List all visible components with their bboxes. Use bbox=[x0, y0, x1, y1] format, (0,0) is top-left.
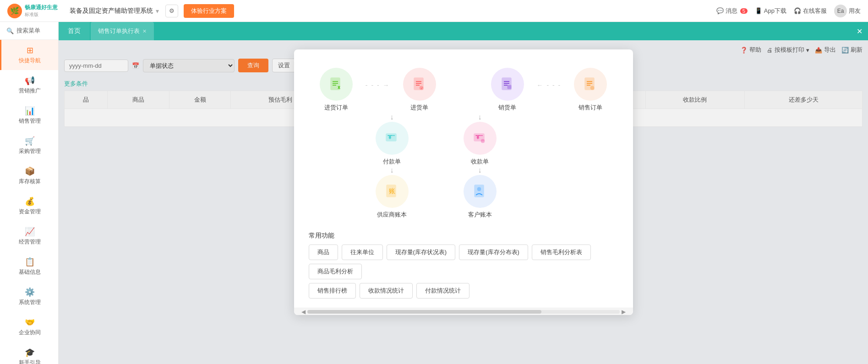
sidebar-item-system-mgmt[interactable]: ⚙️ 系统管理 bbox=[0, 282, 58, 312]
supplier-ledger-node: 账 供应商账本 bbox=[376, 175, 409, 219]
inventory-icon: 📦 bbox=[25, 166, 35, 176]
customer-ledger-circle bbox=[464, 175, 497, 208]
message-item[interactable]: 💬 消息 5 bbox=[716, 7, 748, 15]
sidebar-item-marketing[interactable]: 📢 营销推广 bbox=[0, 70, 58, 100]
corp-icon: 🤝 bbox=[25, 317, 35, 327]
modal-content: 进货订单 - - - → bbox=[294, 49, 633, 304]
avatar: Ea bbox=[834, 5, 847, 17]
func-btn-inventory-dist[interactable]: 现存量(库存分布表) bbox=[459, 244, 528, 260]
sidebar-item-label: 经营管理 bbox=[19, 238, 41, 246]
sidebar-item-operations[interactable]: 📈 经营管理 bbox=[0, 221, 58, 251]
function-buttons-row2: 销售排行榜 收款情况统计 付款情况统计 bbox=[309, 283, 618, 299]
sales-order-node: 销售订单 bbox=[574, 68, 607, 112]
settings-icon[interactable]: ⚙ bbox=[165, 5, 178, 17]
tab-home[interactable]: 首页 bbox=[59, 22, 90, 40]
purchase-bill-node: ✓ 进货单 bbox=[403, 68, 436, 112]
sidebar-item-label: 资金管理 bbox=[19, 208, 41, 216]
modal-overlay: 进货订单 - - - → bbox=[59, 40, 868, 364]
sidebar-item-label: 基础信息 bbox=[19, 268, 41, 276]
sidebar-item-label: 系统管理 bbox=[19, 299, 41, 306]
purchase-bill-label: 进货单 bbox=[410, 103, 428, 112]
customer-ledger-node: 客户账本 bbox=[464, 175, 497, 219]
supplier-ledger-circle: 账 bbox=[376, 175, 409, 208]
user-item[interactable]: Ea 用友 bbox=[834, 5, 861, 17]
avatar-text: Ea bbox=[837, 8, 844, 14]
payment-bill-label: 付款单 bbox=[383, 158, 401, 166]
sidebar-item-basic-info[interactable]: 📋 基础信息 bbox=[0, 251, 58, 282]
func-btn-product[interactable]: 商品 bbox=[309, 244, 338, 260]
sidebar-item-inventory[interactable]: 📦 库存核算 bbox=[0, 161, 58, 191]
user-label: 用友 bbox=[849, 7, 861, 15]
sales-bill-node: 销货单 bbox=[491, 68, 524, 112]
func-btn-inventory-status[interactable]: 现存量(库存状况表) bbox=[387, 244, 456, 260]
receipt-bill-circle: ¥ bbox=[464, 122, 497, 155]
purchase-order-circle bbox=[320, 68, 353, 101]
purchase-order-label: 进货订单 bbox=[324, 103, 348, 112]
scrollbar-thumb[interactable] bbox=[307, 310, 542, 314]
tab-close-icon[interactable]: ✕ bbox=[142, 28, 147, 34]
tab-bar-close-button[interactable]: ✕ bbox=[857, 27, 863, 36]
arrow-down-payment: ↓ bbox=[390, 114, 394, 121]
marketing-icon: 📢 bbox=[25, 76, 35, 86]
app-download-item[interactable]: 📱 App下载 bbox=[755, 7, 786, 15]
scrollbar-track[interactable] bbox=[307, 310, 620, 314]
page-content: ❓ 帮助 🖨 按模板打印 ▾ 📤 导出 🔄 bbox=[59, 40, 868, 364]
payment-bill-node: ¥ 付款单 bbox=[376, 122, 409, 166]
tab-label: 销售订单执行表 bbox=[98, 27, 140, 35]
online-service-icon: 🎧 bbox=[794, 7, 801, 14]
func-btn-receipt-stats[interactable]: 收款情况统计 bbox=[360, 283, 413, 299]
scroll-right-arrow[interactable]: ▶ bbox=[620, 309, 628, 315]
sidebar-item-corp-collab[interactable]: 🤝 企业协同 bbox=[0, 312, 58, 342]
top-bar-right: 💬 消息 5 📱 App下载 🎧 在线客服 Ea 用友 bbox=[716, 5, 861, 17]
common-functions: 常用功能 商品 往来单位 现存量(库存状况表) 现存量(库存分布表) 销售毛利分… bbox=[309, 232, 618, 299]
receipt-bill-label: 收款单 bbox=[471, 158, 489, 166]
message-badge: 5 bbox=[740, 8, 748, 14]
func-btn-sales-profit-analysis[interactable]: 销售毛利分析表 bbox=[532, 244, 591, 260]
tab-sales-order-exec[interactable]: 销售订单执行表 ✕ bbox=[91, 22, 154, 40]
sales-icon: 📊 bbox=[25, 106, 35, 116]
svg-point-26 bbox=[481, 139, 485, 143]
arrow-purchase-to-bill: - - - → bbox=[366, 81, 390, 112]
arrow-sales-order-to-bill: ← - - - bbox=[537, 81, 562, 112]
search-icon: 🔍 bbox=[6, 27, 14, 34]
purchase-order-node: 进货订单 bbox=[320, 68, 353, 112]
sidebar-item-sales-mgmt[interactable]: 📊 销售管理 bbox=[0, 100, 58, 130]
func-btn-sales-rank[interactable]: 销售排行榜 bbox=[309, 283, 356, 299]
scroll-left-arrow[interactable]: ◀ bbox=[300, 309, 307, 315]
sidebar-search[interactable]: 🔍 搜索菜单 bbox=[0, 22, 58, 40]
purchase-icon: 🛒 bbox=[25, 136, 35, 146]
svg-text:¥: ¥ bbox=[476, 134, 480, 141]
logo-line1: 畅康通好生意 bbox=[25, 4, 58, 11]
sidebar-item-new-guide[interactable]: 🎓 新手引导 bbox=[0, 342, 58, 364]
online-service-item[interactable]: 🎧 在线客服 bbox=[794, 7, 827, 15]
system-title-text: 装备及固定资产辅助管理系统 bbox=[70, 7, 153, 15]
main-area: 🔍 搜索菜单 ⊞ 快捷导航 📢 营销推广 📊 销售管理 🛒 采购管理 📦 bbox=[0, 22, 868, 364]
operations-icon: 📈 bbox=[25, 227, 35, 237]
dropdown-icon[interactable]: ▾ bbox=[156, 7, 159, 15]
message-icon: 💬 bbox=[716, 7, 724, 14]
top-bar: 🌿 畅康通好生意 标准版 装备及固定资产辅助管理系统 ▾ ⚙ 体验行业方案 💬 … bbox=[0, 0, 868, 22]
func-btn-payment-stats[interactable]: 付款情况统计 bbox=[416, 283, 469, 299]
sidebar-item-finance[interactable]: 💰 资金管理 bbox=[0, 191, 58, 221]
message-label: 消息 bbox=[726, 7, 737, 15]
arrow-down-supplier-ledger: ↓ bbox=[390, 167, 394, 174]
logo-line2: 标准版 bbox=[25, 11, 58, 17]
sales-order-label: 销售订单 bbox=[579, 103, 602, 112]
sales-bill-label: 销货单 bbox=[498, 103, 516, 112]
svg-text:账: 账 bbox=[389, 187, 395, 195]
sales-bill-circle bbox=[491, 68, 524, 101]
sidebar-item-purchase-mgmt[interactable]: 🛒 采购管理 bbox=[0, 130, 58, 161]
flow-modal: 进货订单 - - - → bbox=[294, 49, 633, 315]
logo-icon: 🌿 bbox=[7, 4, 22, 18]
func-btn-product-profit-analysis[interactable]: 商品毛利分析 bbox=[309, 264, 362, 279]
logo-text: 畅康通好生意 标准版 bbox=[25, 4, 58, 17]
trial-button[interactable]: 体验行业方案 bbox=[184, 4, 234, 18]
func-btn-counterparty[interactable]: 往来单位 bbox=[342, 244, 383, 260]
sidebar-item-quick-nav[interactable]: ⊞ 快捷导航 bbox=[0, 40, 58, 70]
svg-rect-14 bbox=[508, 85, 511, 89]
svg-point-19 bbox=[590, 86, 594, 90]
logo-area: 🌿 畅康通好生意 标准版 bbox=[7, 4, 66, 18]
modal-scrollbar-area: ◀ ▶ bbox=[294, 308, 633, 315]
sidebar-item-label: 快捷导航 bbox=[19, 57, 41, 65]
sales-order-circle bbox=[574, 68, 607, 101]
